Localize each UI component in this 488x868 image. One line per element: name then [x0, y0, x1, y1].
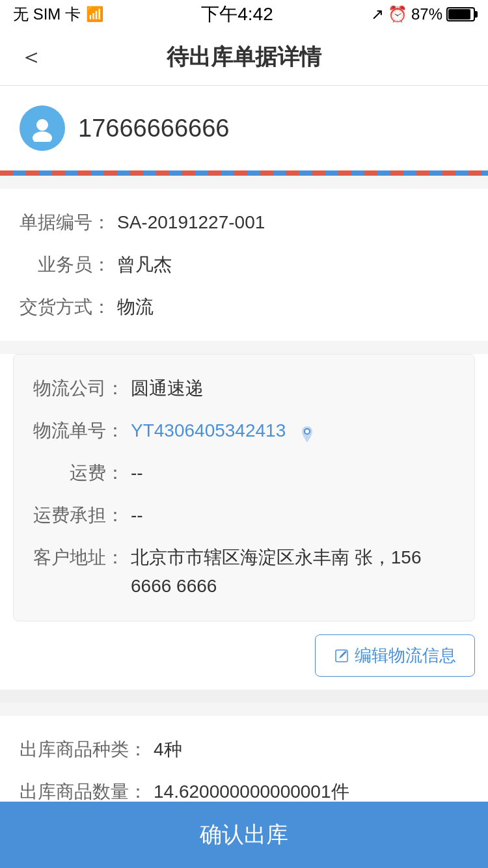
confirm-btn-container: 确认出库	[0, 802, 488, 868]
edit-btn-row: 编辑物流信息	[13, 634, 475, 677]
address-row: 客户地址： 北京市市辖区海淀区永丰南 张，156 6666 6666	[33, 543, 455, 602]
svg-point-3	[305, 429, 309, 433]
logistics-company-value: 圆通速递	[124, 374, 455, 403]
outbound-type-value: 4种	[147, 735, 468, 765]
status-right: ↗ ⏰ 87%	[371, 5, 475, 23]
address-label: 客户地址：	[33, 543, 124, 573]
basic-info-section: 单据编号： SA-20191227-001 业务员： 曾凡杰 交货方式： 物流	[0, 189, 488, 341]
doc-number-value: SA-20191227-001	[111, 208, 468, 237]
customer-phone: 17666666666	[78, 115, 229, 142]
wifi-icon: 📶	[86, 6, 103, 23]
logistics-company-label: 物流公司：	[33, 374, 124, 403]
tracking-location-icon[interactable]	[297, 422, 317, 442]
salesman-value: 曾凡杰	[111, 251, 468, 280]
logistics-card: 物流公司： 圆通速递 物流单号： YT43064053424​13	[13, 354, 475, 621]
svg-point-0	[36, 119, 48, 131]
section-separator	[0, 690, 488, 703]
status-bar: 无 SIM 卡 📶 下午4:42 ↗ ⏰ 87%	[0, 0, 488, 29]
tracking-label: 物流单号：	[33, 416, 124, 446]
outbound-type-label: 出库商品种类：	[20, 735, 147, 765]
edit-logistics-label: 编辑物流信息	[355, 644, 456, 667]
edit-icon	[334, 648, 349, 664]
status-time: 下午4:42	[201, 2, 273, 27]
battery-percent: 87%	[411, 5, 442, 23]
tracking-row: 物流单号： YT43064053424​13	[33, 416, 455, 446]
freight-label: 运费：	[33, 459, 124, 488]
confirm-outbound-button[interactable]: 确认出库	[200, 820, 288, 850]
svg-point-1	[33, 131, 52, 142]
dashed-divider	[0, 170, 488, 176]
page-title: 待出库单据详情	[167, 42, 321, 72]
freight-bearer-row: 运费承担： --	[33, 501, 455, 530]
freight-row: 运费： --	[33, 459, 455, 488]
delivery-row: 交货方式： 物流	[20, 293, 468, 322]
alarm-icon: ⏰	[388, 5, 407, 23]
customer-avatar	[20, 105, 65, 151]
nav-bar: ＜ 待出库单据详情	[0, 29, 488, 86]
battery-icon	[446, 7, 475, 21]
delivery-label: 交货方式：	[20, 293, 111, 322]
outbound-type-row: 出库商品种类： 4种	[20, 735, 468, 765]
address-value: 北京市市辖区海淀区永丰南 张，156 6666 6666	[124, 543, 455, 602]
customer-header: 17666666666	[0, 86, 488, 170]
doc-number-row: 单据编号： SA-20191227-001	[20, 208, 468, 237]
freight-value: --	[124, 459, 455, 488]
edit-logistics-button[interactable]: 编辑物流信息	[315, 634, 475, 677]
location-status-icon: ↗	[371, 5, 384, 23]
salesman-label: 业务员：	[20, 251, 111, 280]
avatar-icon	[29, 115, 56, 142]
freight-bearer-label: 运费承担：	[33, 501, 124, 530]
freight-bearer-value: --	[124, 501, 455, 530]
salesman-row: 业务员： 曾凡杰	[20, 251, 468, 280]
doc-number-label: 单据编号：	[20, 208, 111, 237]
delivery-value: 物流	[111, 293, 468, 322]
status-left: 无 SIM 卡 📶	[13, 4, 103, 25]
back-button[interactable]: ＜	[20, 41, 43, 73]
tracking-value: YT43064053424​13	[124, 416, 455, 446]
logistics-company-row: 物流公司： 圆通速递	[33, 374, 455, 403]
carrier-text: 无 SIM 卡	[13, 4, 81, 25]
